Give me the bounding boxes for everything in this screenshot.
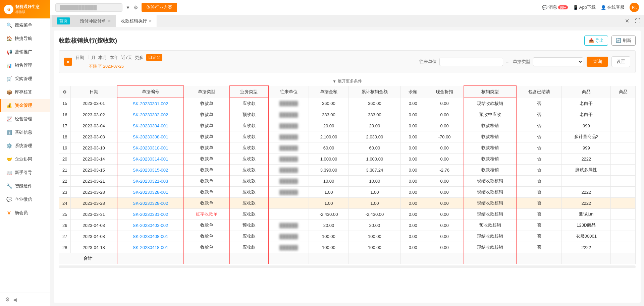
sidebar-item-member[interactable]: V 畅会员 <box>0 206 50 220</box>
refresh-button[interactable]: 🔄 刷新 <box>611 36 636 46</box>
cell-discount-1: 0.00 <box>425 109 464 120</box>
partner-input[interactable] <box>439 58 503 66</box>
cell-no-12: 27 <box>59 231 71 242</box>
doctype-select[interactable] <box>533 57 583 66</box>
cell-goods1-9: 2222 <box>562 198 611 209</box>
col-header-settings[interactable]: ⚙ <box>59 86 71 98</box>
cell-balance-8: 0.00 <box>400 187 425 198</box>
col-header-balance: 余额 <box>400 86 425 98</box>
cell-no-9: 24 <box>59 198 71 209</box>
sidebar-item-wechat[interactable]: 💬 企业微信 <box>0 193 50 206</box>
cell-balance-3: 0.00 <box>400 131 425 142</box>
filter-last-month[interactable]: 上月 <box>87 55 96 61</box>
filter-more[interactable]: 更多 <box>135 55 144 61</box>
doc-link-1[interactable]: SK-20230302-002 <box>133 112 168 117</box>
doc-link-8[interactable]: SK-20230328-001 <box>133 190 168 195</box>
table-footer-row: 合计 <box>59 253 636 264</box>
sidebar-item-purchase[interactable]: 🛒 采购管理 <box>0 72 50 85</box>
sidebar-item-system[interactable]: ⚙️ 系统管理 <box>0 139 50 152</box>
col-header-partner: 往来单位 <box>268 86 309 98</box>
cell-doctype-9: 收款单 <box>184 198 229 209</box>
doc-link-2[interactable]: SK-20230304-001 <box>133 123 168 128</box>
sidebar-item-search[interactable]: 🔍 搜索菜单 <box>0 18 50 32</box>
cell-biztype-8: 应收款 <box>230 187 269 198</box>
sidebar-item-quicknav[interactable]: 🏠 快捷导航 <box>0 32 50 45</box>
doc-link-13[interactable]: SK-20230418-001 <box>133 245 168 250</box>
filter-this-month[interactable]: 本月 <box>98 55 107 61</box>
tab-close-pre-payment[interactable]: ✕ <box>108 19 111 23</box>
cell-verifytype-11: 预收款核销 <box>464 220 517 231</box>
app-download-area[interactable]: 📱 App下载 <box>573 4 596 10</box>
tab-verify[interactable]: 收款核销执行 ✕ <box>116 15 157 27</box>
horizontal-scrollbar[interactable] <box>59 265 636 268</box>
operations-icon: 📈 <box>6 116 12 122</box>
cell-docno-9: SK-20230328-002 <box>117 198 184 209</box>
sidebar-item-hardware[interactable]: 🔧 智能硬件 <box>0 179 50 193</box>
dropdown-arrow-icon[interactable]: ▼ <box>126 5 130 10</box>
doc-link-12[interactable]: SK-20230408-001 <box>133 234 168 239</box>
tab-expand-button[interactable]: ⛶ <box>633 17 642 25</box>
cell-biztype-3: 应收款 <box>230 131 269 142</box>
tab-pre-payment[interactable]: 预付冲应付单 ✕ <box>75 15 116 27</box>
col-header-goods1: 商品 <box>562 86 611 98</box>
cell-docno-4: SK-20230310-001 <box>117 142 184 154</box>
sidebar-item-sales[interactable]: 📊 销售管理 <box>0 59 50 72</box>
doc-link-9[interactable]: SK-20230328-002 <box>133 201 168 206</box>
export-button[interactable]: 📤 导出 <box>584 36 608 46</box>
cell-included-6: 否 <box>516 165 561 176</box>
cell-docno-12: SK-20230408-001 <box>117 231 184 242</box>
hardware-icon: 🔧 <box>6 183 12 189</box>
cell-no-3: 18 <box>59 131 71 142</box>
cell-goods2-12 <box>611 231 636 242</box>
sidebar-item-marketing[interactable]: 📢 营销推广 <box>0 45 50 59</box>
cell-no-4: 19 <box>59 142 71 154</box>
sidebar-settings-icon[interactable]: ⚙ <box>5 296 10 303</box>
sales-icon: 📊 <box>6 63 12 68</box>
cell-date-5: 2023-03-14 <box>71 154 117 165</box>
cell-goods2-10 <box>611 209 636 220</box>
filter-7days[interactable]: 近7天 <box>121 55 132 61</box>
sidebar-item-corp[interactable]: 🤝 企业协同 <box>0 152 50 166</box>
filter-this-year[interactable]: 本年 <box>110 55 118 61</box>
doc-link-6[interactable]: SK-20230315-002 <box>133 168 168 173</box>
solution-button[interactable]: 体验行业方案 <box>142 3 177 12</box>
doc-link-10[interactable]: SK-20230331-002 <box>133 212 168 217</box>
cell-goods1-12: 衣服00001 <box>562 231 611 242</box>
message-area[interactable]: 💬 消息 99+ <box>542 4 568 10</box>
filter-toggle-button[interactable]: » <box>64 58 72 66</box>
cell-goods1-8: 2222 <box>562 187 611 198</box>
cell-discount-2: 0.00 <box>425 120 464 131</box>
topbar-gear-icon[interactable]: ⚙ <box>133 4 138 11</box>
user-avatar[interactable]: Rit <box>630 3 639 12</box>
online-service-area[interactable]: 👤 在线客服 <box>601 4 625 10</box>
doc-link-7[interactable]: SK-20230321-003 <box>133 179 168 184</box>
tab-home[interactable]: 首页 <box>52 15 75 27</box>
message-badge: 99+ <box>558 5 568 9</box>
sidebar-item-basic[interactable]: ℹ️ 基础信息 <box>0 126 50 139</box>
filter-settings-button[interactable]: 设置 <box>611 56 630 67</box>
page-title-bar: 收款核销执行(按收款) 📤 导出 🔄 刷新 <box>59 36 636 46</box>
doc-link-4[interactable]: SK-20230310-001 <box>133 145 168 150</box>
top-bar-left: ████████████ ▼ ⚙ 体验行业方案 <box>55 3 177 12</box>
cell-verified-5: 1,000.00 <box>348 154 400 165</box>
app-icon: 📱 <box>573 5 578 10</box>
doc-link-5[interactable]: SK-20230314-001 <box>133 157 168 162</box>
top-bar: ████████████ ▼ ⚙ 体验行业方案 💬 消息 99+ 📱 App下载… <box>50 0 644 15</box>
tab-close-button[interactable]: ✕ <box>623 17 631 25</box>
sidebar-item-inventory[interactable]: 📦 库存核算 <box>0 85 50 99</box>
cell-amount-7: 10.00 <box>309 176 349 187</box>
query-button[interactable]: 查询 <box>587 57 608 67</box>
doc-link-11[interactable]: SK-20230403-002 <box>133 223 168 228</box>
sidebar-item-guide[interactable]: 📖 新手引导 <box>0 166 50 179</box>
expand-bar[interactable]: ▼ 展开更多条件 <box>59 77 636 85</box>
tab-close-verify[interactable]: ✕ <box>149 19 152 23</box>
doc-link-3[interactable]: SK-20230308-001 <box>133 134 168 139</box>
top-search-display: ████████████ <box>55 3 122 12</box>
doc-link-0[interactable]: SK-20230301-002 <box>133 101 168 106</box>
sidebar-collapse-icon[interactable]: ◀ <box>13 297 17 302</box>
sidebar-item-operations[interactable]: 📈 经营管理 <box>0 112 50 126</box>
sidebar-item-finance[interactable]: 💰 资金管理 <box>0 99 50 112</box>
col-header-biz-type: 业务类型 <box>230 86 269 98</box>
filter-custom-button[interactable]: 自定义 <box>146 54 162 61</box>
cell-amount-12: 100.00 <box>309 231 349 242</box>
